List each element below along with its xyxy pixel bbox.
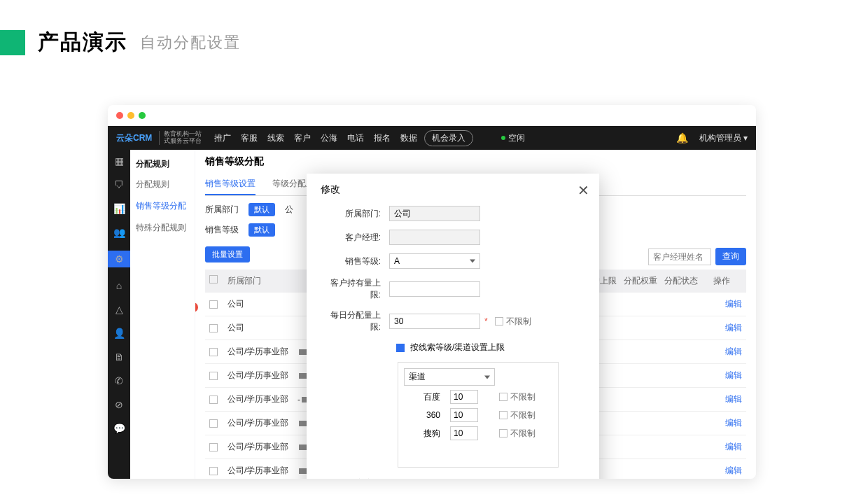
notification-badge[interactable] bbox=[195, 302, 198, 312]
sidebar-item-allocation-rule[interactable]: 分配规则 bbox=[136, 178, 189, 190]
edit-link[interactable]: 编辑 bbox=[714, 417, 742, 429]
channel-360-unlimited[interactable] bbox=[499, 411, 507, 419]
row-checkbox[interactable] bbox=[209, 419, 218, 428]
person-icon[interactable]: 👤 bbox=[113, 328, 125, 339]
dashboard-icon[interactable]: ▦ bbox=[113, 155, 125, 167]
edit-link[interactable]: 编辑 bbox=[714, 441, 742, 453]
warning-icon[interactable]: △ bbox=[113, 304, 125, 315]
row-checkbox[interactable] bbox=[209, 348, 218, 356]
edit-link[interactable]: 编辑 bbox=[714, 322, 742, 334]
filter-dept-suffix: 公 bbox=[285, 204, 293, 216]
nav-service[interactable]: 客服 bbox=[241, 132, 258, 144]
channel-360-input[interactable] bbox=[450, 408, 478, 422]
filter-level-chip[interactable]: 默认 bbox=[248, 223, 275, 237]
chat-icon[interactable]: 💬 bbox=[113, 423, 125, 434]
topbar: 云朵CRM 教育机构一站 式服务云平台 推广 客服 线索 客户 公海 电话 报名… bbox=[108, 126, 756, 150]
close-icon[interactable]: ✕ bbox=[578, 182, 589, 199]
hold-label: 客户持有量上限: bbox=[321, 277, 389, 301]
by-channel-label: 按线索等级/渠道设置上限 bbox=[410, 342, 505, 354]
nav-leads[interactable]: 线索 bbox=[267, 132, 284, 144]
batch-set-button[interactable]: 批量设置 bbox=[205, 246, 250, 262]
app-window: 云朵CRM 教育机构一站 式服务云平台 推广 客服 线索 客户 公海 电话 报名… bbox=[108, 105, 756, 479]
home-icon[interactable]: ⌂ bbox=[113, 280, 125, 291]
dept-label: 所属部门: bbox=[321, 208, 389, 220]
nav-customers[interactable]: 客户 bbox=[294, 132, 311, 144]
shield-icon[interactable]: ⛉ bbox=[113, 179, 125, 190]
tab-level-setting[interactable]: 销售等级设置 bbox=[205, 174, 255, 195]
th-dept: 所属部门 bbox=[227, 275, 298, 287]
row-checkbox[interactable] bbox=[209, 443, 218, 451]
edit-link[interactable]: 编辑 bbox=[714, 346, 742, 358]
nav-phone[interactable]: 电话 bbox=[347, 132, 364, 144]
mgr-label: 客户经理: bbox=[321, 232, 389, 244]
left-panel: 分配规则 分配规则 销售等级分配 特殊分配规则 bbox=[130, 150, 195, 479]
edit-link[interactable]: 编辑 bbox=[714, 370, 742, 382]
search-input[interactable] bbox=[648, 248, 711, 265]
by-channel-checkbox[interactable] bbox=[396, 344, 405, 352]
left-panel-header: 分配规则 bbox=[136, 158, 189, 170]
filter-level-label: 销售等级 bbox=[205, 224, 239, 236]
daily-unlimited-checkbox[interactable] bbox=[495, 317, 503, 326]
edit-link[interactable]: 编辑 bbox=[714, 465, 742, 477]
filter-dept-label: 所属部门 bbox=[205, 204, 239, 216]
channel-sogou-unlimited[interactable] bbox=[499, 429, 507, 438]
user-menu[interactable]: 机构管理员 ▾ bbox=[699, 132, 748, 144]
row-checkbox[interactable] bbox=[209, 300, 218, 309]
doc-icon[interactable]: 🗎 bbox=[113, 351, 125, 363]
users-icon[interactable]: 👥 bbox=[113, 227, 125, 238]
row-checkbox[interactable] bbox=[209, 396, 218, 404]
page-header: 产品演示 自动分配设置 bbox=[0, 0, 847, 71]
edit-link[interactable]: 编辑 bbox=[714, 393, 742, 405]
hold-input[interactable] bbox=[389, 281, 480, 297]
channel-baidu-input[interactable] bbox=[450, 390, 478, 404]
tag-icon[interactable]: ⊘ bbox=[113, 399, 125, 410]
app-body: ▦ ⛉ 📊 👥 ⚙ ⌂ △ 👤 🗎 ✆ ⊘ 💬 分配规则 分配规则 销售等级分配… bbox=[108, 150, 756, 479]
select-all-checkbox[interactable] bbox=[209, 275, 218, 284]
row-checkbox[interactable] bbox=[209, 467, 218, 475]
channel-baidu-unlimited[interactable] bbox=[499, 393, 507, 401]
th-weight: 分配权重 bbox=[620, 275, 661, 287]
nav-promote[interactable]: 推广 bbox=[214, 132, 231, 144]
th-op: 操作 bbox=[701, 275, 742, 287]
opportunity-entry-pill[interactable]: 机会录入 bbox=[424, 130, 473, 146]
channel-row: 360 不限制 bbox=[404, 408, 552, 422]
daily-label: 每日分配量上限: bbox=[321, 309, 389, 333]
th-status: 分配状态 bbox=[661, 275, 701, 287]
modal-title: 修改 bbox=[321, 183, 585, 196]
main-title: 销售等级分配 bbox=[205, 155, 746, 168]
browser-chrome bbox=[108, 105, 756, 126]
close-dot[interactable] bbox=[116, 112, 123, 119]
page-title: 产品演示 bbox=[38, 28, 127, 57]
channel-select[interactable]: 渠道 bbox=[404, 368, 495, 386]
iconbar: ▦ ⛉ 📊 👥 ⚙ ⌂ △ 👤 🗎 ✆ ⊘ 💬 bbox=[108, 150, 130, 479]
dept-input bbox=[389, 206, 480, 221]
daily-input[interactable] bbox=[389, 314, 480, 329]
nav-data[interactable]: 数据 bbox=[400, 132, 417, 144]
filter-dept-chip[interactable]: 默认 bbox=[248, 203, 275, 216]
accent-block bbox=[0, 30, 25, 55]
edit-link[interactable]: 编辑 bbox=[714, 298, 742, 310]
channel-sogou-input[interactable] bbox=[450, 426, 478, 440]
nav-pool[interactable]: 公海 bbox=[321, 132, 337, 144]
brand-logo: 云朵CRM bbox=[116, 132, 152, 144]
search-button[interactable]: 查询 bbox=[715, 248, 746, 265]
nav-signup[interactable]: 报名 bbox=[374, 132, 391, 144]
search-bar: 查询 bbox=[648, 248, 746, 265]
settings-icon[interactable]: ⚙ bbox=[108, 251, 130, 267]
brand-tagline: 教育机构一站 式服务云平台 bbox=[159, 131, 202, 145]
level-select[interactable]: A bbox=[389, 253, 480, 269]
stats-icon[interactable]: 📊 bbox=[113, 203, 125, 214]
row-checkbox[interactable] bbox=[209, 324, 218, 332]
minimize-dot[interactable] bbox=[127, 112, 134, 119]
unfollow-label: 未跟进客户上限: bbox=[321, 477, 389, 479]
sidebar-item-special-rule[interactable]: 特殊分配规则 bbox=[136, 222, 189, 234]
phone-icon[interactable]: ✆ bbox=[113, 375, 125, 386]
bell-icon[interactable]: 🔔 bbox=[676, 132, 688, 144]
row-checkbox[interactable] bbox=[209, 372, 218, 380]
status-dot-icon bbox=[501, 136, 505, 140]
sidebar-item-sales-level[interactable]: 销售等级分配 bbox=[136, 200, 189, 212]
maximize-dot[interactable] bbox=[139, 112, 146, 119]
page-subtitle: 自动分配设置 bbox=[140, 32, 241, 53]
mgr-input bbox=[389, 230, 480, 245]
edit-modal: ✕ 修改 所属部门: 客户经理: 销售等级: A 客户持有量上限: 每日分配量上… bbox=[307, 174, 599, 479]
